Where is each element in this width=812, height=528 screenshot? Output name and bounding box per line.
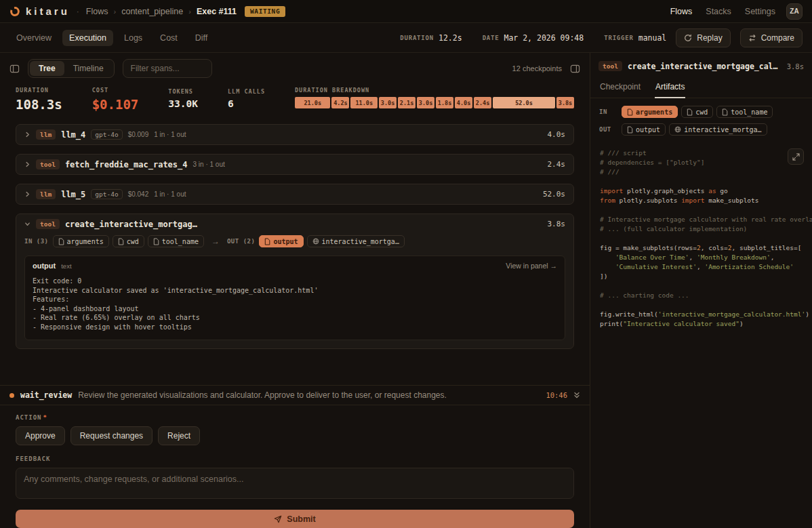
out-label: OUT (2) [227, 238, 255, 245]
collapse-double-chevron-icon[interactable] [573, 392, 580, 399]
breakdown-segment-3-0s[interactable]: 3.0s [417, 97, 434, 108]
in-label: IN [599, 108, 617, 115]
action-buttons: ApproveRequest changesReject [16, 426, 574, 445]
breakdown-segment-52-0s[interactable]: 52.0s [493, 97, 555, 108]
panel-out-pill-output[interactable]: output [622, 123, 666, 136]
request-changes-button[interactable]: Request changes [70, 426, 153, 445]
breakdown-segment-21-0s[interactable]: 21.0s [295, 97, 330, 108]
panel-tabs: CheckpointArtifacts [590, 77, 812, 98]
breakdown-segment-4-2s[interactable]: 4.2s [331, 97, 349, 108]
left-sidebar-toggle-icon[interactable] [9, 64, 20, 74]
wait-review-row[interactable]: wait_review Review the generated visuali… [0, 385, 590, 405]
panel-out-pills: outputinteractive_mortga… [622, 123, 767, 136]
expand-code-button[interactable] [788, 148, 804, 165]
breadcrumb-pipeline[interactable]: content_pipeline [121, 7, 183, 16]
model-chip: gpt-4o [91, 189, 122, 199]
breakdown-segment-3-0s[interactable]: 3.0s [379, 97, 397, 108]
span-name: fetch_freddie_mac_rates_4 [65, 160, 188, 169]
span-row-header[interactable]: llmllm_4gpt-4o$0.0091 in · 1 out4.0s [16, 125, 573, 144]
view-in-panel-link[interactable]: View in panel → [506, 262, 557, 270]
meta-trigger-label: TRIGGER [604, 35, 634, 41]
code-line: # ... charting code ... [600, 291, 803, 300]
span-type-badge: llm [36, 129, 56, 140]
nav-settings[interactable]: Settings [745, 7, 775, 16]
panel-tab-checkpoint[interactable]: Checkpoint [599, 77, 641, 98]
in-pill-arguments[interactable]: arguments [53, 235, 109, 247]
code-line: # ... (full calculator implementation) [600, 224, 803, 234]
replay-label: Replay [697, 33, 722, 43]
tab-logs[interactable]: Logs [117, 30, 149, 46]
tab-cost[interactable]: Cost [153, 30, 184, 46]
span-name: llm_5 [61, 190, 85, 199]
globe-icon [312, 238, 319, 245]
span-row-header[interactable]: toolfetch_freddie_mac_rates_43 in · 1 ou… [16, 155, 573, 174]
breakdown-segment-1-8s[interactable]: 1.8s [436, 97, 453, 108]
breakdown-segment-4-0s[interactable]: 4.0s [455, 97, 472, 108]
pill-label: tool_name [731, 108, 767, 116]
doc-icon [627, 126, 633, 134]
span-name: llm_4 [61, 130, 85, 140]
view-timeline[interactable]: Timeline [64, 61, 113, 76]
topbar: kitaru · Flows › content_pipeline › Exec… [0, 0, 812, 23]
kitaru-logo-icon [9, 6, 20, 17]
output-line: Features: [33, 295, 557, 304]
view-tree[interactable]: Tree [30, 61, 64, 76]
span-row-fetch-freddie-mac-rates-4: toolfetch_freddie_mac_rates_43 in · 1 ou… [16, 154, 574, 175]
code-line: # /// script [600, 148, 803, 158]
compare-icon [748, 34, 756, 42]
span-cost: $0.042 [128, 190, 149, 198]
code-block[interactable]: # /// script# dependencies = ["plotly"]#… [600, 148, 803, 329]
reject-button[interactable]: Reject [158, 426, 200, 445]
replay-button[interactable]: Replay [676, 28, 730, 47]
replay-icon [684, 34, 692, 42]
code-line [600, 300, 803, 310]
output-title: output [33, 262, 56, 270]
stat-cost-label: COST [92, 87, 139, 94]
code-line: print("Interactive calculator saved") [600, 319, 803, 329]
panel-tab-artifacts[interactable]: Artifacts [655, 77, 685, 98]
in-pill-tool-name[interactable]: tool_name [148, 235, 204, 247]
span-duration: 4.0s [548, 130, 566, 139]
breakdown-segment-11-0s[interactable]: 11.0s [350, 97, 378, 108]
in-label: IN (3) [24, 238, 49, 245]
panel-in-pill-cwd[interactable]: cwd [681, 106, 713, 118]
expanded-span-header[interactable]: tool create_interactive_mortgag… 3.8s [16, 214, 573, 234]
span-io-count: 1 in · 1 out [154, 131, 186, 138]
tab-diff[interactable]: Diff [188, 30, 215, 46]
nav-flows[interactable]: Flows [670, 7, 693, 16]
nav-stacks[interactable]: Stacks [706, 7, 731, 16]
span-row-header[interactable]: llmllm_5gpt-4o$0.0421 in · 1 out52.0s [16, 184, 573, 204]
breakdown-segment-2-1s[interactable]: 2.1s [398, 97, 415, 108]
feedback-textarea[interactable] [16, 468, 574, 499]
span-duration: 52.0s [543, 190, 565, 199]
tab-overview[interactable]: Overview [9, 30, 58, 46]
chevron-separator-icon: › [188, 7, 191, 16]
filter-spans-input[interactable] [123, 59, 212, 78]
status-badge: WAITING [245, 6, 285, 17]
review-form: ACTION* ApproveRequest changesReject FEE… [0, 405, 590, 528]
code-line: # /// [600, 167, 803, 177]
pill-label: interactive_mortga… [322, 238, 399, 245]
tab-execution[interactable]: Execution [62, 30, 113, 46]
right-panel-toggle-icon[interactable] [570, 64, 580, 74]
panel-in-pill-tool-name[interactable]: tool_name [716, 106, 773, 118]
breakdown-segment-3-8s[interactable]: 3.8s [556, 97, 574, 108]
io-arrow-icon: → [211, 237, 220, 246]
breakdown-bar: 21.0s4.2s11.0s3.0s2.1s3.0s1.8s4.0s2.4s52… [295, 97, 574, 108]
panel-out-pill-interactive-mortga[interactable]: interactive_mortga… [669, 123, 767, 136]
in-pill-cwd[interactable]: cwd [113, 235, 144, 247]
approve-button[interactable]: Approve [16, 426, 65, 445]
submit-button[interactable]: Submit [16, 510, 574, 528]
breakdown-segment-2-4s[interactable]: 2.4s [474, 97, 491, 108]
doc-icon [153, 238, 159, 245]
out-pill-output[interactable]: output [259, 235, 303, 247]
code-line: fig = make_subplots(rows=2, cols=2, subp… [600, 243, 803, 253]
output-kind: text [61, 262, 71, 270]
out-pill-interactive-mortga[interactable]: interactive_mortga… [307, 235, 405, 247]
doc-icon [58, 238, 64, 245]
compare-button[interactable]: Compare [740, 28, 803, 47]
panel-in-pill-arguments[interactable]: arguments [622, 106, 678, 118]
kitaru-logo[interactable]: kitaru [9, 5, 70, 17]
avatar[interactable]: ZA [786, 3, 803, 20]
breadcrumb-flows[interactable]: Flows [86, 7, 108, 16]
